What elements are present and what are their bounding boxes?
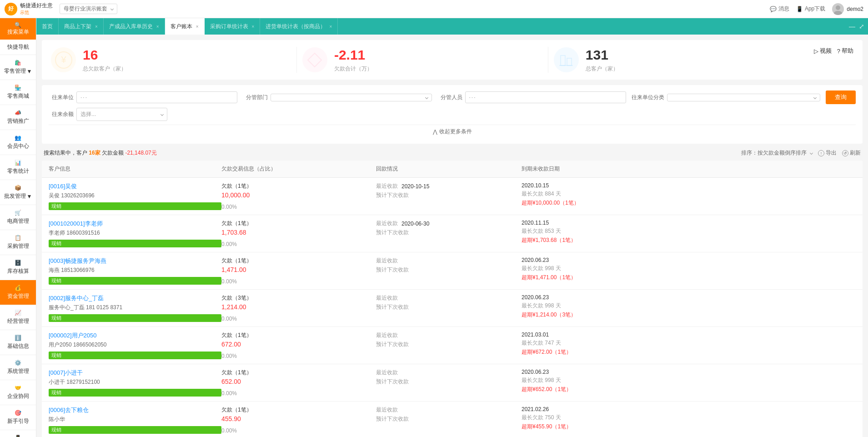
- stat-icon-money: ¥: [51, 47, 76, 72]
- customer-tag-2: 现销: [49, 277, 221, 285]
- customer-name-4[interactable]: [000002]用户2050: [49, 332, 221, 340]
- sidebar-item-members[interactable]: 👥 会员中心: [0, 130, 36, 155]
- tab-close-inbound[interactable]: ×: [329, 24, 332, 29]
- due-date-6: 2021.02.26: [522, 406, 856, 412]
- tab-inbound-stats[interactable]: 进货单统计表（按商品） ×: [260, 18, 338, 35]
- tab-customer-account[interactable]: 客户账本 ×: [165, 18, 205, 35]
- debt-count-5: 欠款（1笔）: [221, 369, 376, 377]
- tab-product-listing[interactable]: 商品上下架 ×: [59, 18, 104, 35]
- sidebar-item-purchase-mgmt[interactable]: 📋 采购管理: [0, 230, 36, 255]
- table-row: [0002]服务中心_丁磊 服务中心_丁磊 181 0125 8371 现销 欠…: [42, 290, 863, 327]
- debt-percent-5: 0.00%: [221, 390, 376, 397]
- due-date-0: 2020.10.15: [522, 182, 856, 189]
- sidebar-item-icon: 🛒: [15, 210, 21, 216]
- customer-contact-2: 海燕 18513066976: [49, 266, 221, 274]
- due-date-1: 2020.11.15: [522, 220, 856, 226]
- table-row: [0003]畅捷服务尹海燕 海燕 18513066976 现销 欠款（1笔） 1…: [42, 252, 863, 290]
- collapse-btn[interactable]: ⋀ 收起更多条件: [49, 125, 856, 138]
- results-actions: 排序：按欠款金额倒序排序 ↑ 导出 ↺ 刷新: [741, 149, 861, 157]
- customer-name-2[interactable]: [0003]畅捷服务尹海燕: [49, 257, 221, 265]
- help-btn[interactable]: ? 帮助: [837, 47, 853, 55]
- sidebar-item-marketing[interactable]: 📣 营销推广: [0, 105, 36, 130]
- svg-marker-4: [308, 53, 321, 67]
- debt-count-4: 欠款（1笔）: [221, 332, 376, 339]
- overdue-link-4[interactable]: 超期¥672.00（1笔）: [522, 348, 856, 356]
- tabs-maximize-btn[interactable]: ⤢: [859, 23, 864, 30]
- balance-chevron: [161, 113, 164, 116]
- sidebar-item-operations[interactable]: 📈 经营管理: [0, 305, 36, 330]
- customer-name-5[interactable]: [0007]小进干: [49, 369, 221, 377]
- view-video-btn[interactable]: ▷ 视频: [814, 47, 832, 55]
- tab-close-product-listing[interactable]: ×: [95, 24, 98, 29]
- customer-name-6[interactable]: [0006]去下粮仓: [49, 406, 221, 414]
- sidebar-item-icon: 💰: [15, 285, 21, 291]
- message-btn[interactable]: 💬 消息: [770, 5, 789, 13]
- tab-purchase-stats[interactable]: 采购订单统计表 ×: [205, 18, 261, 35]
- sidebar-item-enterprise[interactable]: 🤝 企业协同: [0, 380, 36, 405]
- due-info-6: 2021.02.26 最长欠款 750 天 超期¥455.90（1笔）: [522, 406, 856, 434]
- due-info-3: 2020.06.23 最长欠款 998 天 超期¥1,214.00（3笔）: [522, 294, 856, 322]
- tab-close-customer[interactable]: ×: [196, 24, 199, 29]
- sidebar-item-system[interactable]: ⚙️ 系统管理: [0, 355, 36, 380]
- customer-name-3[interactable]: [0002]服务中心_丁磊: [49, 294, 221, 302]
- source-unit-input[interactable]: ···: [76, 91, 237, 103]
- app-download-btn[interactable]: 📱 App下载: [796, 5, 825, 13]
- export-icon: ↑: [818, 150, 824, 156]
- store-selector[interactable]: 母婴行业演示账套: [60, 4, 117, 14]
- tabs-minimize-btn[interactable]: —: [849, 23, 855, 30]
- tab-close-production[interactable]: ×: [156, 24, 159, 29]
- due-days-4: 最长欠款 747 天: [522, 339, 856, 347]
- sidebar-item-basic-info[interactable]: ℹ️ 基础信息: [0, 330, 36, 355]
- overdue-link-3[interactable]: 超期¥1,214.00（3笔）: [522, 311, 856, 319]
- quick-nav-btn[interactable]: 快捷导航: [0, 40, 36, 55]
- overdue-link-0[interactable]: 超期¥10,000.00（1笔）: [522, 199, 856, 207]
- debt-amount-1: 1,703.68: [221, 229, 376, 236]
- repay-label-6: 最近收款: [376, 406, 398, 414]
- debt-amount-6: 455.90: [221, 415, 376, 422]
- customer-name-1[interactable]: [0001020001]李老师: [49, 220, 221, 228]
- sidebar-item-inventory[interactable]: 🗄️ 库存核算: [0, 255, 36, 280]
- tab-production-history[interactable]: 产成品入库单历史 ×: [104, 18, 165, 35]
- sort-selector[interactable]: 排序：按欠款金额倒序排序: [741, 149, 813, 157]
- debt-percent-6: 0.00%: [221, 427, 376, 434]
- balance-select[interactable]: 选择...: [76, 108, 167, 121]
- search-menu-btn[interactable]: 🔍 搜索菜单: [0, 18, 36, 40]
- stat-card-actions: ▷ 视频 ? 帮助: [805, 47, 853, 73]
- due-days-5: 最长欠款 998 天: [522, 377, 856, 384]
- table-row: [0006]去下粮仓 陈小华 现销 欠款（1笔） 455.90 0.00% 最近…: [42, 402, 863, 437]
- mobile-icon: 📱: [796, 6, 803, 12]
- store-toggle[interactable]: 示范: [20, 10, 53, 16]
- dept-select[interactable]: [271, 94, 431, 101]
- overdue-link-2[interactable]: 超期¥1,471.00（1笔）: [522, 274, 856, 281]
- sidebar-item-wholesale-mgmt[interactable]: 📦 批发管理 ▼: [0, 180, 36, 205]
- repay-next-3: 预计下次收款: [376, 303, 522, 311]
- sidebar-item-icon: 🛍️: [15, 60, 21, 66]
- search-button[interactable]: 查询: [826, 90, 856, 104]
- sidebar-item-ecommerce[interactable]: 🛒 电商管理: [0, 205, 36, 230]
- debt-count-6: 欠款（1笔）: [221, 406, 376, 414]
- sidebar-item-guide[interactable]: 🎯 新手引导: [0, 405, 36, 430]
- customer-info-5: [0007]小进干 小进干 18279152100 现销: [49, 369, 221, 397]
- overdue-link-5[interactable]: 超期¥652.00（1笔）: [522, 386, 856, 393]
- user-menu[interactable]: demo2: [832, 3, 863, 15]
- due-info-1: 2020.11.15 最长欠款 853 天 超期¥1,703.68（1笔）: [522, 220, 856, 247]
- unit-class-select[interactable]: [667, 94, 820, 101]
- person-input[interactable]: ···: [465, 91, 626, 103]
- sidebar-item-finance[interactable]: 💰 资金管理: [0, 280, 36, 305]
- sidebar-item-retail-stats[interactable]: 📊 零售统计: [0, 155, 36, 180]
- person-dots: ···: [469, 94, 477, 100]
- tab-home[interactable]: 首页: [36, 18, 59, 35]
- repay-date-0: 2020-10-15: [401, 183, 429, 190]
- sidebar-item-retail-mgmt[interactable]: 🛍️ 零售管理 ▼: [0, 55, 36, 80]
- tab-close-purchase[interactable]: ×: [252, 24, 255, 29]
- overdue-link-6[interactable]: 超期¥455.90（1笔）: [522, 423, 856, 431]
- customer-info-6: [0006]去下粮仓 陈小华 现销: [49, 406, 221, 434]
- sidebar-item-app-center[interactable]: 📱 应用中心: [0, 430, 36, 437]
- sidebar-item-retail-store[interactable]: 🏪 零售商城: [0, 80, 36, 105]
- customer-name-0[interactable]: [0016]吴俊: [49, 182, 221, 191]
- overdue-link-1[interactable]: 超期¥1,703.68（1笔）: [522, 236, 856, 244]
- refresh-btn[interactable]: ↺ 刷新: [842, 149, 861, 157]
- customer-tag-1: 现销: [49, 240, 221, 247]
- store-name: 母婴行业演示账套: [64, 5, 107, 13]
- export-btn[interactable]: ↑ 导出: [818, 149, 837, 157]
